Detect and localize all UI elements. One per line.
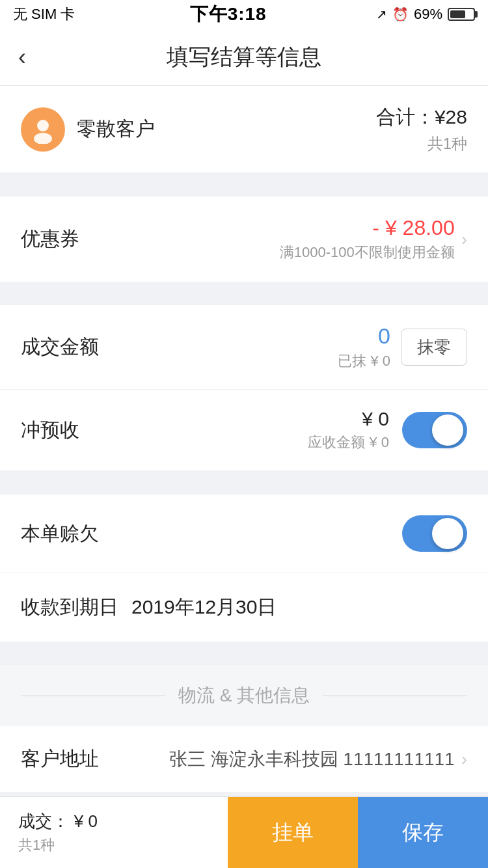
bottom-deal-label: 成交：: [18, 811, 69, 831]
svg-point-0: [37, 120, 49, 131]
toggle-knob: [432, 414, 463, 446]
customer-row: 零散客户 合计：¥28 共1种: [0, 86, 488, 172]
alarm-icon: ⏰: [392, 7, 409, 22]
address-value: 张三 海淀永丰科技园 11111111111: [112, 747, 455, 772]
divider-3: [0, 483, 488, 495]
coupon-section: 优惠券 - ¥ 28.00 满1000-100不限制使用金额 ›: [0, 196, 488, 282]
address-row[interactable]: 客户地址 张三 海淀永丰科技园 11111111111 ›: [0, 726, 488, 792]
main-content: 零散客户 合计：¥28 共1种 优惠券 - ¥ 28.00 满1000-100不…: [0, 86, 488, 868]
divider-4: [0, 653, 488, 665]
battery-icon: [448, 8, 475, 21]
prereceive-main: ¥ 0: [308, 408, 389, 430]
customer-name: 零散客户: [77, 116, 155, 142]
save-button[interactable]: 保存: [358, 797, 488, 869]
prereceive-sub: 应收金额 ¥ 0: [308, 433, 389, 452]
prereceive-row: 冲预收 ¥ 0 应收金额 ¥ 0: [0, 390, 488, 471]
bottom-deal-value: ¥ 0: [74, 811, 98, 831]
coupon-value: - ¥ 28.00 满1000-100不限制使用金额: [280, 216, 455, 262]
total-count: 共1种: [376, 133, 467, 154]
customer-left: 零散客户: [21, 107, 155, 152]
transaction-sub: 已抹 ¥ 0: [338, 351, 390, 371]
divider-1: [0, 184, 488, 196]
round-off-button[interactable]: 抹零: [401, 329, 467, 366]
logistics-header: 物流 & 其他信息: [0, 665, 488, 726]
transaction-input[interactable]: 0: [364, 323, 390, 349]
location-icon: ↗: [376, 7, 387, 22]
customer-right: 合计：¥28 共1种: [376, 104, 467, 154]
pending-button[interactable]: 挂单: [228, 797, 358, 869]
address-chevron-icon: ›: [461, 749, 467, 770]
status-time: 下午3:18: [190, 2, 267, 27]
prereceive-label: 冲预收: [21, 417, 79, 444]
bottom-bar: 成交： ¥ 0 共1种 挂单 保存: [0, 796, 488, 868]
debit-toggle[interactable]: [402, 515, 467, 552]
chevron-right-icon: ›: [461, 229, 467, 250]
bottom-count: 共1种: [18, 835, 210, 855]
customer-section: 零散客户 合计：¥28 共1种: [0, 86, 488, 172]
bottom-deal-row: 成交： ¥ 0: [18, 810, 210, 833]
logistics-label: 物流 & 其他信息: [165, 683, 323, 708]
debit-section: 本单赊欠 收款到期日 2019年12月30日: [0, 495, 488, 642]
due-date-row: 收款到期日 2019年12月30日: [0, 573, 488, 642]
coupon-label: 优惠券: [21, 226, 79, 252]
avatar: [21, 107, 65, 152]
nav-bar: ‹ 填写结算等信息: [0, 29, 488, 86]
divider-2: [0, 293, 488, 305]
prereceive-right: ¥ 0 应收金额 ¥ 0: [308, 408, 467, 452]
transaction-right: 0 已抹 ¥ 0 抹零: [338, 323, 467, 371]
sim-label: 无 SIM 卡: [13, 5, 75, 24]
transaction-value-block: 0 已抹 ¥ 0: [338, 323, 390, 371]
due-date-value: 2019年12月30日: [131, 594, 277, 621]
coupon-amount: - ¥ 28.00: [280, 216, 455, 240]
page-title: 填写结算等信息: [167, 42, 321, 72]
address-section: 客户地址 张三 海淀永丰科技园 11111111111 ›: [0, 726, 488, 792]
status-right: ↗ ⏰ 69%: [376, 6, 475, 23]
address-label: 客户地址: [21, 746, 99, 772]
transaction-row: 成交金额 0 已抹 ¥ 0 抹零: [0, 305, 488, 390]
prereceive-value-block: ¥ 0 应收金额 ¥ 0: [308, 408, 389, 452]
battery-label: 69%: [414, 6, 442, 23]
debit-toggle-knob: [432, 518, 463, 549]
bottom-info: 成交： ¥ 0 共1种: [0, 810, 228, 855]
back-button[interactable]: ‹: [18, 44, 26, 71]
transaction-section: 成交金额 0 已抹 ¥ 0 抹零 冲预收 ¥ 0 应收金额 ¥ 0: [0, 305, 488, 471]
total-amount: 合计：¥28: [376, 104, 467, 131]
coupon-row[interactable]: 优惠券 - ¥ 28.00 满1000-100不限制使用金额 ›: [0, 196, 488, 282]
svg-point-1: [34, 133, 52, 144]
debit-label: 本单赊欠: [21, 521, 99, 547]
status-left: 无 SIM 卡: [13, 5, 80, 24]
transaction-label: 成交金额: [21, 334, 99, 360]
coupon-right: - ¥ 28.00 满1000-100不限制使用金额 ›: [280, 216, 467, 262]
debit-row: 本单赊欠: [0, 495, 488, 573]
status-bar: 无 SIM 卡 下午3:18 ↗ ⏰ 69%: [0, 0, 488, 29]
due-date-label: 收款到期日: [21, 594, 118, 621]
prereceive-toggle[interactable]: [402, 412, 467, 448]
coupon-desc: 满1000-100不限制使用金额: [280, 243, 455, 262]
